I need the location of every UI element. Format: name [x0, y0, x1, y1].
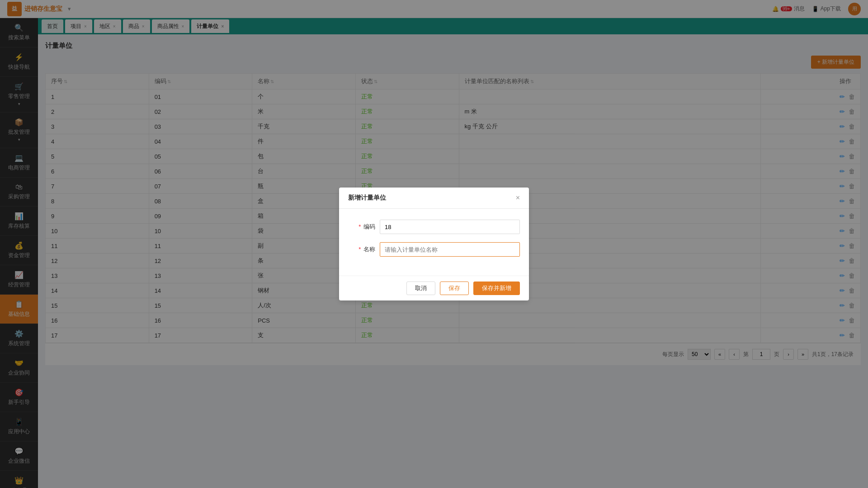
add-unit-modal: 新增计量单位 × * 编码 * 名称 取消 保存 保存并新增	[339, 188, 529, 300]
save-button[interactable]: 保存	[440, 282, 469, 295]
code-input[interactable]	[380, 220, 520, 234]
name-input[interactable]	[380, 242, 520, 257]
required-mark-code: *	[359, 223, 361, 230]
required-mark-name: *	[359, 246, 361, 253]
save-new-button[interactable]: 保存并新增	[473, 282, 520, 295]
form-row-name: * 名称	[348, 242, 520, 257]
cancel-button[interactable]: 取消	[406, 282, 435, 295]
form-label-name: * 名称	[348, 245, 375, 253]
modal-title: 新增计量单位	[348, 194, 386, 202]
modal-overlay: 新增计量单位 × * 编码 * 名称 取消 保存 保存并新增	[0, 0, 868, 488]
modal-body: * 编码 * 名称	[339, 209, 529, 276]
modal-footer: 取消 保存 保存并新增	[339, 276, 529, 300]
modal-close-btn[interactable]: ×	[516, 194, 520, 202]
modal-header: 新增计量单位 ×	[339, 188, 529, 209]
form-label-code: * 编码	[348, 223, 375, 231]
form-row-code: * 编码	[348, 220, 520, 234]
